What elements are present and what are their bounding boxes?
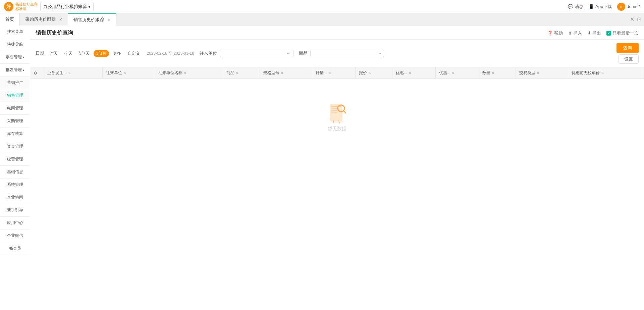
message-icon: 💬 xyxy=(568,4,573,9)
settings-icon: ⚙ xyxy=(34,71,37,75)
col-trade-type[interactable]: 交易类型⇅ xyxy=(516,67,568,79)
col-partner-code[interactable]: 往来单位⇅ xyxy=(102,67,155,79)
sidebar-item-sales-mgmt[interactable]: 销售管理 xyxy=(0,89,30,102)
col-discount1[interactable]: 优惠...⇅ xyxy=(392,67,435,79)
help-button[interactable]: ❓ 帮助 xyxy=(547,30,563,36)
data-table: ⚙ 业务发生...⇅ 往来单位⇅ 往来单位名称⇅ 商品⇅ xyxy=(30,67,644,79)
sidebar-item-retail-mgmt[interactable]: 零售管理 ▾ xyxy=(0,51,30,64)
tab-home[interactable]: 首页 xyxy=(0,13,20,25)
export-button[interactable]: ⬇ 导出 xyxy=(587,30,601,36)
tab-purchase-history[interactable]: 采购历史价跟踪 ✕ xyxy=(20,13,68,25)
main-layout: 搜索菜单 快捷导航 零售管理 ▾ 批发管理 ▴ 营销推广 销售管理 电商管理 采… xyxy=(0,25,644,310)
sidebar-item-quick-nav[interactable]: 快捷导航 xyxy=(0,38,30,51)
date-option-yesterday[interactable]: 昨天 xyxy=(47,50,60,57)
sidebar-item-marketing[interactable]: 营销推广 xyxy=(0,76,30,89)
chevron-down-icon: ▾ xyxy=(88,4,91,9)
message-button[interactable]: 💬 消息 xyxy=(568,4,583,10)
sidebar-item-purchase[interactable]: 采购管理 xyxy=(0,115,30,127)
col-quote-price[interactable]: 报价⇅ xyxy=(355,67,392,79)
maximize-button[interactable]: ⊡ xyxy=(637,16,641,22)
tabbar: 首页 采购历史价跟踪 ✕ 销售历史价跟踪 ✕ ✕ ⊡ xyxy=(0,13,644,25)
svg-point-0 xyxy=(330,120,344,123)
product-input-ellipsis: ··· xyxy=(378,51,381,56)
sort-icon: ⇅ xyxy=(184,71,186,75)
tab-sales-history-close[interactable]: ✕ xyxy=(107,17,111,22)
date-option-more[interactable]: 更多 xyxy=(110,50,124,57)
sidebar-item-finance[interactable]: 资金管理 xyxy=(0,140,30,153)
page-title: 销售历史价查询 xyxy=(36,30,73,37)
sort-icon: ⇅ xyxy=(236,71,238,75)
col-biz-date[interactable]: 业务发生...⇅ xyxy=(44,67,102,79)
date-option-7days[interactable]: 近7天 xyxy=(76,50,92,57)
tab-sales-history-label: 销售历史价跟踪 xyxy=(73,17,104,23)
partner-filter-group: 往来单位 ··· xyxy=(200,50,293,57)
user-avatar-button[interactable]: d demo2 xyxy=(617,3,640,11)
svg-rect-5 xyxy=(331,112,338,113)
sort-icon: ⇅ xyxy=(281,71,283,75)
product-filter-group: 商品 ··· xyxy=(299,50,384,57)
logo-text: 畅捷信好生意 标准版 xyxy=(15,2,38,11)
avatar: d xyxy=(617,3,625,11)
partner-input-ellipsis: ··· xyxy=(287,51,290,56)
date-option-custom[interactable]: 自定义 xyxy=(125,50,143,57)
logo-area: 好 畅捷信好生意 标准版 xyxy=(4,2,38,11)
help-icon: ❓ xyxy=(547,31,553,36)
sidebar-item-system[interactable]: 系统管理 xyxy=(0,178,30,191)
sort-icon: ⇅ xyxy=(328,71,331,75)
import-icon: ⬆ xyxy=(568,31,572,36)
date-filter-group: 日期 昨天 今天 近7天 近1月 更多 自定义 2023-02-18 至 202… xyxy=(36,50,194,57)
sort-icon: ⇅ xyxy=(409,71,411,75)
date-option-1month[interactable]: 近1月 xyxy=(94,50,109,57)
sort-icon: ⇅ xyxy=(601,71,604,75)
filter-actions: 查询 设置 xyxy=(616,43,639,64)
app-selector[interactable]: 办公用品行业模拟账套 ▾ xyxy=(40,2,94,11)
empty-state: 暂无数据 xyxy=(30,79,644,152)
product-input[interactable]: ··· xyxy=(310,50,384,57)
sidebar-item-inventory[interactable]: 库存核算 xyxy=(0,127,30,140)
sort-icon: ⇅ xyxy=(537,71,539,75)
col-discount2[interactable]: 优惠...⇅ xyxy=(436,67,479,79)
col-spec[interactable]: 规格型号⇅ xyxy=(260,67,312,79)
table-container: ⚙ 业务发生...⇅ 往来单位⇅ 往来单位名称⇅ 商品⇅ xyxy=(30,67,644,310)
import-button[interactable]: ⬆ 导入 xyxy=(568,30,582,36)
partner-label: 往来单位 xyxy=(200,50,217,56)
empty-illustration xyxy=(324,99,351,126)
sidebar-item-member[interactable]: 畅会员 xyxy=(0,242,30,255)
app-download-button[interactable]: 📱 App下载 xyxy=(589,4,612,10)
query-button[interactable]: 查询 xyxy=(616,43,639,53)
sort-icon: ⇅ xyxy=(368,71,371,75)
sidebar-item-enterprise-wechat[interactable]: 企业微信 xyxy=(0,229,30,242)
table-header: ⚙ 业务发生...⇅ 往来单位⇅ 往来单位名称⇅ 商品⇅ xyxy=(30,67,644,79)
sidebar-item-basic-info[interactable]: 基础信息 xyxy=(0,166,30,178)
col-unit[interactable]: 计量...⇅ xyxy=(312,67,355,79)
col-partner-name[interactable]: 往来单位名称⇅ xyxy=(155,67,223,79)
sort-icon: ⇅ xyxy=(452,71,454,75)
col-pretax-price[interactable]: 优惠前无税单价⇅ xyxy=(568,67,644,79)
date-option-today[interactable]: 今天 xyxy=(62,50,75,57)
date-options: 昨天 今天 近7天 近1月 更多 自定义 xyxy=(47,50,143,57)
checkbox-checked-icon: ✓ xyxy=(606,31,611,36)
sidebar-item-ecommerce[interactable]: 电商管理 xyxy=(0,102,30,115)
sidebar-item-search-menu[interactable]: 搜索菜单 xyxy=(0,25,30,38)
settings-button[interactable]: 设置 xyxy=(619,54,639,64)
close-all-tabs-button[interactable]: ✕ xyxy=(630,16,634,22)
tab-sales-history[interactable]: 销售历史价跟踪 ✕ xyxy=(68,13,116,25)
logo-icon: 好 xyxy=(4,2,13,11)
col-quantity[interactable]: 数量⇅ xyxy=(479,67,516,79)
date-filter-label: 日期 xyxy=(36,50,44,56)
sidebar-item-new-guide[interactable]: 新手引导 xyxy=(0,204,30,217)
sort-icon: ⇅ xyxy=(492,71,494,75)
export-icon: ⬇ xyxy=(587,31,591,36)
sidebar-item-enterprise-coop[interactable]: 企业协同 xyxy=(0,191,30,204)
tab-purchase-history-close[interactable]: ✕ xyxy=(59,17,62,22)
sort-icon: ⇅ xyxy=(123,71,126,75)
col-product[interactable]: 商品⇅ xyxy=(223,67,260,79)
sidebar-item-operations[interactable]: 经营管理 xyxy=(0,153,30,166)
topbar-right: 💬 消息 📱 App下载 d demo2 xyxy=(568,3,640,11)
col-settings[interactable]: ⚙ xyxy=(30,67,44,79)
tab-home-label: 首页 xyxy=(5,16,14,22)
sidebar-item-app-center[interactable]: 应用中心 xyxy=(0,217,30,229)
partner-input[interactable]: ··· xyxy=(220,50,293,57)
sidebar-item-wholesale-mgmt[interactable]: 批发管理 ▴ xyxy=(0,64,30,76)
only-last-checkbox[interactable]: ✓ 只看最后一次 xyxy=(606,30,639,36)
